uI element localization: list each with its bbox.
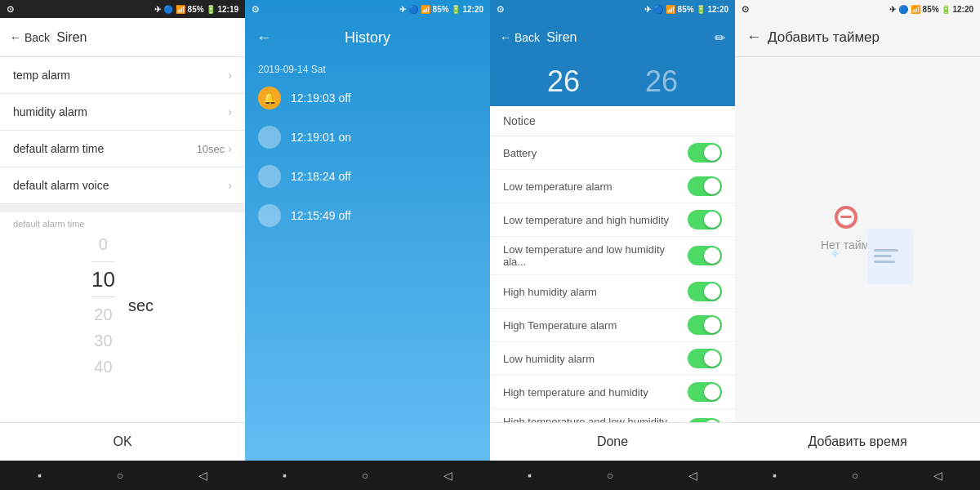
toggle-label-8: High temperature and low humidity ala... (503, 416, 688, 422)
toggle-4[interactable] (688, 282, 722, 301)
status-icons-3: ✈ 🔵 📶 85% 🔋 12:20 (644, 5, 728, 14)
nav-bar-1: ▪ ○ ◁ (0, 461, 245, 490)
menu-item-humidity[interactable]: humidity alarm › (0, 94, 245, 131)
status-icons-2: ✈ 🔵 📶 85% 🔋 12:20 (399, 5, 483, 14)
status-left-icon: ⊙ (7, 4, 14, 15)
back-icon-2[interactable]: ← (256, 29, 271, 47)
toggle-3[interactable] (688, 246, 722, 265)
back-icon-4[interactable]: ← (746, 29, 761, 46)
back-arrow-3: ← (500, 31, 511, 44)
empty-state: ✦ Нет таймеров (735, 57, 980, 422)
nav-square-icon-4[interactable]: ▪ (773, 469, 777, 482)
done-button[interactable]: Done (490, 422, 735, 461)
back-button-3[interactable]: ← Back (500, 31, 540, 44)
history-item-2: 12:18:24 off (245, 157, 490, 196)
chevron-icon-0: › (228, 69, 232, 82)
chevron-icon-1: › (228, 105, 232, 118)
toggle-row-high-temp-low-hum: High temperature and low humidity ala... (490, 409, 735, 422)
picker-scroll[interactable]: 0 10 20 30 40 sec (0, 232, 245, 379)
page-title-2: History (345, 29, 390, 47)
menu-value-2: 10sec (197, 143, 225, 155)
page-title-1: Siren (56, 30, 87, 45)
bell-dot-icon: 🔔 (258, 87, 281, 109)
add-time-button[interactable]: Добавить время (735, 422, 980, 461)
toggle-7[interactable] (688, 382, 722, 402)
menu-label-3: default alarm voice (13, 179, 109, 192)
header-4: ← Добавить таймер (735, 18, 980, 57)
history-text-3: 12:15:49 off (291, 209, 351, 222)
toggle-6[interactable] (688, 349, 722, 368)
nav-back-icon-3[interactable]: ◁ (688, 469, 697, 482)
toggle-row-low-temp-high-hum: Low temperature and high humidity (490, 203, 735, 237)
history-item-3: 12:15:49 off (245, 196, 490, 235)
toggle-row-high-temp: High Temperature alarm (490, 309, 735, 342)
toggle-row-low-temp: Low temperature alarm (490, 170, 735, 203)
nav-square-icon-2[interactable]: ▪ (283, 469, 287, 482)
nav-home-icon-4[interactable]: ○ (852, 469, 858, 482)
history-text-1: 12:19:01 on (291, 131, 351, 144)
panel-siren: ⊙ ✈ 🔵 📶 85% 🔋 12:19 ← Back Siren temp al… (0, 0, 245, 490)
picker-spacer (0, 385, 245, 422)
nav-back-icon[interactable]: ◁ (198, 469, 207, 482)
toggle-row-low-hum: Low humidity alarm (490, 342, 735, 376)
status-left-4: ⊙ (742, 4, 749, 15)
doc-line-3 (874, 261, 895, 263)
toggle-row-battery: Battery (490, 136, 735, 170)
toggle-1[interactable] (688, 176, 722, 196)
toggle-label-7: High temperature and humidity (503, 386, 688, 399)
toggle-2[interactable] (688, 210, 722, 229)
doc-line-2 (874, 255, 892, 257)
panel-timer: ⊙ ✈ 🔵 📶 85% 🔋 12:20 ← Добавить таймер ✦ … (735, 0, 980, 490)
nav-home-icon[interactable]: ○ (117, 469, 123, 482)
toggle-8[interactable] (688, 418, 722, 422)
nav-back-icon-4[interactable]: ◁ (933, 469, 942, 482)
circle-dot-0 (258, 126, 281, 149)
section-gap (0, 204, 245, 212)
toggle-row-low-temp-low-hum: Low temperature and low humidity ala... (490, 237, 735, 275)
panel-siren-settings: ⊙ ✈ 🔵 📶 85% 🔋 12:20 ← Back Siren ✏ 26 26… (490, 0, 735, 490)
status-bar-4: ⊙ ✈ 🔵 📶 85% 🔋 12:20 (735, 0, 980, 18)
picker-section: default alarm time 0 10 20 30 40 sec (0, 212, 245, 385)
toggle-label-2: Low temperature and high humidity (503, 214, 688, 226)
ok-button[interactable]: OK (0, 422, 245, 461)
chevron-icon-3: › (228, 179, 232, 192)
menu-item-temp[interactable]: temp alarm › (0, 57, 245, 94)
date-picker-header: 26 26 (490, 57, 735, 106)
toggle-label-6: Low humidity alarm (503, 353, 688, 365)
header-1: ← Back Siren (0, 18, 245, 57)
no-entry-icon (835, 206, 858, 229)
history-text-2: 12:18:24 off (291, 170, 351, 183)
nav-bar-3: ▪ ○ ◁ (490, 461, 735, 490)
edit-icon[interactable]: ✏ (715, 30, 725, 46)
history-item-1: 12:19:01 on (245, 118, 490, 157)
nav-square-icon-3[interactable]: ▪ (528, 469, 532, 482)
nav-home-icon-3[interactable]: ○ (607, 469, 613, 482)
status-bar-3: ⊙ ✈ 🔵 📶 85% 🔋 12:20 (490, 0, 735, 18)
picker-unit-col: sec (128, 293, 154, 318)
notice-row: Notice (490, 106, 735, 136)
back-button-1[interactable]: ← Back (10, 31, 50, 44)
status-bar-2: ⊙ ✈ 🔵 📶 85% 🔋 12:20 (245, 0, 490, 18)
menu-label-0: temp alarm (13, 69, 70, 82)
toggle-5[interactable] (688, 315, 722, 335)
picker-label: default alarm time (0, 219, 84, 229)
status-bar-1: ⊙ ✈ 🔵 📶 85% 🔋 12:19 (0, 0, 245, 18)
nav-home-icon-2[interactable]: ○ (362, 469, 368, 482)
menu-item-alarm-time[interactable]: default alarm time 10sec › (0, 131, 245, 167)
nav-bar-2: ▪ ○ ◁ (245, 461, 490, 490)
toggle-row-high-temp-hum: High temperature and humidity (490, 376, 735, 409)
page-title-3: Siren (546, 30, 708, 45)
picker-number-col[interactable]: 0 10 20 30 40 (91, 232, 115, 379)
panel-history: ⊙ ✈ 🔵 📶 85% 🔋 12:20 ← History 2019-09-14… (245, 0, 490, 490)
toggle-0[interactable] (688, 143, 722, 163)
menu-item-alarm-voice[interactable]: default alarm voice › (0, 167, 245, 204)
nav-square-icon[interactable]: ▪ (38, 469, 42, 482)
history-date: 2019-09-14 Sat (245, 57, 490, 78)
menu-label-2: default alarm time (13, 142, 104, 155)
circle-dot-1 (258, 165, 281, 188)
nav-back-icon-2[interactable]: ◁ (443, 469, 452, 482)
back-arrow-icon: ← (10, 31, 21, 44)
header-2: ← History (245, 18, 490, 57)
doc-icon (867, 229, 913, 284)
status-icons-4: ✈ 🔵 📶 85% 🔋 12:20 (889, 5, 973, 14)
